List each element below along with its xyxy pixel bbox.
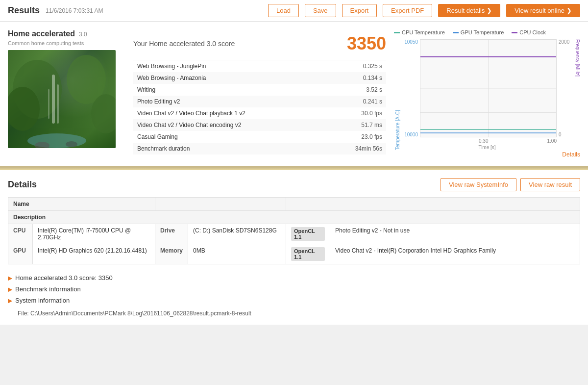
legend-cpu-clock: CPU Clock: [512, 29, 546, 35]
score-card: Home accelerated 3.0 Common home computi…: [8, 29, 125, 158]
result-details-button[interactable]: Result details ❯: [438, 4, 500, 17]
svg-rect-6: [48, 89, 49, 119]
svg-rect-4: [52, 75, 55, 124]
benchmark-row: Video Chat v2 / Video Chat encoding v251…: [133, 119, 386, 131]
export-pdf-button[interactable]: Export PDF: [383, 4, 432, 17]
score-name: Home accelerated: [8, 29, 75, 38]
score-label: Your Home accelerated 3.0 score: [133, 40, 235, 48]
load-button[interactable]: Load: [268, 4, 299, 17]
svg-point-9: [66, 141, 77, 147]
cpu-clock-color: [512, 32, 517, 33]
image-svg: [8, 50, 116, 148]
chart-panel: CPU Temperature GPU Temperature CPU Cloc…: [394, 29, 580, 158]
y-axis-right-ticks: 2000 0: [557, 39, 574, 137]
x-axis-label: Time [s]: [400, 145, 574, 150]
expand-arrow[interactable]: ▶: [8, 275, 12, 282]
benchmark-row: Casual Gaming23.0 fps: [133, 131, 386, 143]
benchmark-row: Writing3.52 s: [133, 84, 386, 96]
expand-item[interactable]: ▶ System information: [8, 295, 580, 306]
score-value: 3350: [347, 33, 386, 54]
view-raw-sysinfo-button[interactable]: View raw SystemInfo: [441, 178, 516, 191]
legend-cpu-temp-label: CPU Temperature: [402, 29, 445, 35]
benchmark-row: Web Browsing - JunglePin0.325 s: [133, 60, 386, 72]
y-axis-left-ticks: 10050 10000: [400, 39, 420, 137]
details-link[interactable]: Details: [394, 151, 580, 158]
svg-rect-5: [57, 84, 59, 124]
benchmark-table: Web Browsing - JunglePin0.325 sWeb Brows…: [133, 60, 386, 154]
info-table-row: CPU Intel(R) Core(TM) i7-7500U CPU @ 2.7…: [8, 224, 580, 244]
benchmark-row: Photo Editing v20.241 s: [133, 96, 386, 107]
view-raw-result-button[interactable]: View raw result: [520, 178, 580, 191]
details-title: Details: [8, 180, 37, 190]
save-button[interactable]: Save: [305, 4, 336, 17]
expand-label: System information: [15, 297, 70, 304]
info-table: Name Description CPU Intel(R) Core(TM) i…: [8, 197, 580, 264]
export-button[interactable]: Export: [342, 4, 377, 17]
header-bar: Results 11/6/2016 7:03:31 AM Load Save E…: [0, 0, 588, 22]
score-row: Your Home accelerated 3.0 score 3350: [133, 29, 386, 60]
page-title: Results: [8, 5, 40, 16]
view-online-button[interactable]: View result online ❯: [506, 4, 580, 17]
gpu-temp-color: [453, 32, 459, 33]
legend-gpu-temp-label: GPU Temperature: [461, 29, 504, 35]
file-path: File: C:\Users\Admin\Documents\PCMark 8\…: [8, 310, 580, 317]
details-header: Details View raw SystemInfo View raw res…: [8, 178, 580, 191]
score-card-header: Home accelerated 3.0: [8, 29, 125, 38]
result-date: 11/6/2016 7:03:31 AM: [46, 7, 103, 14]
score-subtitle: Common home computing tests: [8, 40, 125, 46]
legend-cpu-temp: CPU Temperature: [394, 29, 445, 35]
benchmark-panel: Your Home accelerated 3.0 score 3350 Web…: [133, 29, 386, 158]
cpu-temp-color: [394, 32, 400, 33]
y-axis-left-label: Temperature [A-C]: [394, 39, 400, 150]
expand-arrow[interactable]: ▶: [8, 286, 12, 293]
info-table-row: GPU Intel(R) HD Graphics 620 (21.20.16.4…: [8, 244, 580, 264]
details-section: Details View raw SystemInfo View raw res…: [0, 170, 588, 325]
score-version: 3.0: [79, 31, 87, 38]
expand-label: Home accelerated 3.0 score: 3350: [15, 274, 113, 282]
chart-svg: [420, 40, 556, 137]
y-axis-right-label: Frequency [MHz]: [574, 39, 580, 150]
name-header: Name: [8, 198, 155, 211]
expand-item[interactable]: ▶ Home accelerated 3.0 score: 3350: [8, 272, 580, 283]
chart-area: [420, 39, 557, 137]
benchmark-row: Video Chat v2 / Video Chat playback 1 v2…: [133, 107, 386, 119]
legend-cpu-clock-label: CPU Clock: [519, 29, 546, 35]
chart-legend: CPU Temperature GPU Temperature CPU Cloc…: [394, 29, 580, 35]
expand-arrow[interactable]: ▶: [8, 297, 12, 304]
benchmark-row: Web Browsing - Amazonia0.134 s: [133, 72, 386, 84]
expand-list: ▶ Home accelerated 3.0 score: 3350 ▶ Ben…: [8, 272, 580, 306]
top-section: Home accelerated 3.0 Common home computi…: [0, 22, 588, 167]
expand-label: Benchmark information: [15, 285, 81, 293]
details-buttons: View raw SystemInfo View raw result: [441, 178, 580, 191]
expand-item[interactable]: ▶ Benchmark information: [8, 283, 580, 295]
benchmark-row: Benchmark duration34min 56s: [133, 143, 386, 154]
benchmark-image: [8, 50, 116, 148]
legend-gpu-temp: GPU Temperature: [453, 29, 504, 35]
x-axis-labels: 0:30 1:00: [400, 137, 574, 144]
desc-header: Description: [8, 211, 580, 224]
